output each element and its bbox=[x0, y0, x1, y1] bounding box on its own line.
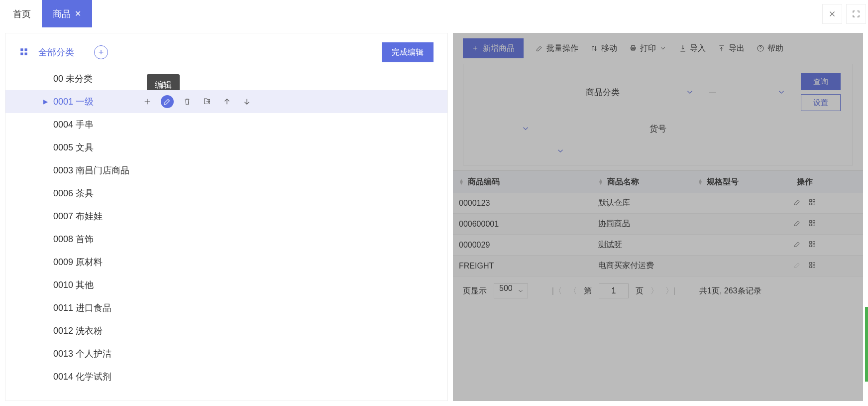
svg-rect-14 bbox=[813, 241, 815, 243]
svg-rect-17 bbox=[810, 262, 812, 264]
unknown-select-2[interactable] bbox=[510, 146, 565, 156]
import-button[interactable]: 导入 bbox=[679, 43, 706, 54]
pager-summary: 共1页, 263条记录 bbox=[699, 286, 761, 296]
per-page-label: 页显示 bbox=[463, 286, 487, 296]
list-item[interactable]: 0007 布娃娃 bbox=[5, 205, 447, 228]
filter-label-artno: 货号 bbox=[627, 123, 666, 135]
svg-rect-11 bbox=[810, 224, 812, 226]
move-up-icon[interactable] bbox=[220, 95, 233, 108]
tab-product[interactable]: 商品 ✕ bbox=[42, 0, 92, 27]
tab-bar: 首页 商品 ✕ bbox=[0, 0, 868, 28]
svg-rect-12 bbox=[813, 224, 815, 226]
category-title: 全部分类 bbox=[38, 46, 74, 58]
svg-rect-1 bbox=[25, 48, 27, 51]
svg-rect-7 bbox=[810, 203, 812, 205]
close-all-tabs-button[interactable] bbox=[822, 4, 842, 24]
svg-rect-20 bbox=[813, 266, 815, 268]
row-more-icon[interactable] bbox=[808, 261, 816, 271]
chevron-down-icon bbox=[659, 44, 667, 52]
sort-icon[interactable]: ▲▼ bbox=[459, 179, 464, 185]
first-page-button[interactable]: |〈 bbox=[552, 286, 562, 296]
product-link[interactable]: 默认仓库 bbox=[598, 198, 630, 208]
list-item[interactable]: 0003 南昌门店商品 bbox=[5, 159, 447, 182]
list-item[interactable]: 0004 手串 bbox=[5, 113, 447, 136]
category-from-select[interactable] bbox=[640, 88, 694, 97]
product-table: ▲▼商品编码 ▲▼商品名称 ▲▼规格型号 操作 0000123 默认仓库 bbox=[453, 170, 863, 276]
row-edit-icon[interactable] bbox=[793, 240, 801, 250]
list-item[interactable]: 0011 进口食品 bbox=[5, 296, 447, 319]
pager: 页显示 500 |〈 〈 第 页 〉 〉| 共1页, 263条记录 bbox=[453, 276, 863, 305]
prev-page-button[interactable]: 〈 bbox=[569, 286, 577, 296]
close-icon[interactable]: ✕ bbox=[75, 9, 81, 18]
svg-rect-0 bbox=[20, 48, 23, 51]
list-item[interactable]: 0010 其他 bbox=[5, 273, 447, 296]
list-item[interactable]: 0006 茶具 bbox=[5, 182, 447, 205]
batch-ops-button[interactable]: 批量操作 bbox=[536, 43, 578, 54]
unknown-select-1[interactable] bbox=[475, 124, 530, 134]
svg-rect-6 bbox=[813, 199, 815, 201]
range-separator: — bbox=[709, 88, 716, 96]
edit-icon[interactable] bbox=[161, 95, 174, 108]
svg-rect-18 bbox=[813, 262, 815, 264]
list-item[interactable]: 0012 洗衣粉 bbox=[5, 319, 447, 342]
move-down-icon[interactable] bbox=[240, 95, 253, 108]
filter-card: 商品分类 — 查询 设置 货号 bbox=[463, 64, 853, 165]
print-button[interactable]: 打印 bbox=[629, 43, 667, 54]
add-product-button[interactable]: 新增商品 bbox=[463, 38, 524, 58]
row-edit-icon[interactable] bbox=[793, 198, 801, 208]
export-button[interactable]: 导出 bbox=[718, 43, 745, 54]
row-more-icon[interactable] bbox=[808, 219, 816, 229]
svg-rect-8 bbox=[813, 203, 815, 205]
table-row[interactable]: 0000123 默认仓库 bbox=[453, 193, 863, 214]
table-row[interactable]: FREIGHT 电商买家付运费 bbox=[453, 256, 863, 276]
product-text: 电商买家付运费 bbox=[598, 261, 654, 271]
finish-edit-button[interactable]: 完成编辑 bbox=[382, 42, 434, 62]
category-to-select[interactable] bbox=[731, 88, 786, 97]
list-item[interactable]: ▶ 0001 一级 bbox=[5, 90, 447, 113]
row-edit-icon bbox=[793, 261, 801, 271]
row-more-icon[interactable] bbox=[808, 240, 816, 250]
chevron-down-icon bbox=[517, 287, 525, 295]
caret-right-icon: ▶ bbox=[43, 98, 48, 105]
move-to-icon[interactable] bbox=[201, 95, 214, 108]
add-child-icon[interactable] bbox=[141, 95, 154, 108]
last-page-button[interactable]: 〉| bbox=[665, 286, 675, 296]
product-link[interactable]: 协同商品 bbox=[598, 219, 630, 229]
product-link[interactable]: 测试呀 bbox=[598, 240, 622, 250]
add-category-button[interactable]: + bbox=[94, 45, 108, 59]
sort-icon[interactable]: ▲▼ bbox=[598, 179, 603, 185]
grid-icon bbox=[19, 47, 28, 58]
list-item[interactable]: 00 未分类 bbox=[5, 67, 447, 90]
list-item[interactable]: 0009 原材料 bbox=[5, 251, 447, 273]
fullscreen-button[interactable] bbox=[846, 4, 866, 24]
category-tree[interactable]: 编辑 00 未分类 ▶ 0001 一级 0004 手串 0005 文具 0003… bbox=[5, 67, 447, 401]
row-edit-icon[interactable] bbox=[793, 219, 801, 229]
query-button[interactable]: 查询 bbox=[801, 73, 841, 90]
list-item[interactable]: 0005 文具 bbox=[5, 136, 447, 159]
move-button[interactable]: 移动 bbox=[590, 43, 617, 54]
filter-label-category: 商品分类 bbox=[580, 87, 620, 98]
tab-home[interactable]: 首页 bbox=[2, 0, 42, 27]
product-toolbar: 新增商品 批量操作 移动 打印 导入 bbox=[453, 33, 863, 64]
svg-rect-19 bbox=[810, 266, 812, 268]
product-panel: 新增商品 批量操作 移动 打印 导入 bbox=[453, 33, 863, 401]
next-page-button[interactable]: 〉 bbox=[651, 286, 658, 296]
table-row[interactable]: 000600001 协同商品 bbox=[453, 214, 863, 235]
sort-icon[interactable]: ▲▼ bbox=[698, 179, 703, 185]
svg-rect-3 bbox=[25, 52, 27, 55]
category-panel: 全部分类 + 完成编辑 编辑 00 未分类 ▶ 0001 一级 bbox=[5, 33, 448, 401]
page-size-select[interactable]: 500 bbox=[494, 283, 528, 298]
svg-rect-5 bbox=[810, 199, 812, 201]
svg-rect-15 bbox=[810, 245, 812, 247]
settings-button[interactable]: 设置 bbox=[801, 94, 841, 111]
list-item[interactable]: 0014 化学试剂 bbox=[5, 365, 447, 388]
delete-icon[interactable] bbox=[181, 95, 194, 108]
page-input[interactable] bbox=[599, 283, 629, 298]
table-row[interactable]: 0000029 测试呀 bbox=[453, 235, 863, 256]
table-header: ▲▼商品编码 ▲▼商品名称 ▲▼规格型号 操作 bbox=[453, 171, 863, 193]
svg-rect-10 bbox=[813, 220, 815, 222]
list-item[interactable]: 0008 首饰 bbox=[5, 228, 447, 251]
row-more-icon[interactable] bbox=[808, 198, 816, 208]
help-button[interactable]: 帮助 bbox=[757, 43, 783, 54]
list-item[interactable]: 0013 个人护洁 bbox=[5, 342, 447, 365]
